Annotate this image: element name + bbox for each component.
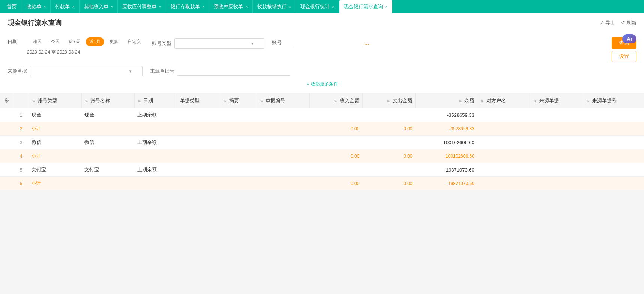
col-income[interactable]: ⇅ 收入金额	[309, 93, 362, 108]
date-btn-today[interactable]: 今天	[47, 37, 63, 46]
col-doc-no[interactable]: ⇅ 单据编号	[257, 93, 309, 108]
nav-tab-6[interactable]: 收款核销执行 ×	[253, 0, 296, 13]
col-summary[interactable]: ⇅ 摘要	[220, 93, 257, 108]
col-doc-type: 单据类型	[177, 93, 220, 108]
collapse-bar[interactable]: ∧ 收起更多条件	[8, 79, 636, 87]
nav-tab-8[interactable]: 现金银行流水查询 ×	[339, 0, 392, 13]
table-row: 4小计0.000.00100102606.60	[0, 149, 644, 163]
close-tab-0-icon[interactable]: ×	[44, 4, 46, 9]
close-tab-1-icon[interactable]: ×	[72, 4, 74, 9]
nav-tab-5[interactable]: 预收冲应收单 ×	[209, 0, 252, 13]
top-nav: 首页 收款单 × 付款单 × 其他收入单 × 应收应付调整单 × 银行存取款单 …	[0, 0, 644, 13]
sort-arrows-icon: ⇅	[85, 99, 88, 103]
sort-arrows-icon: ⇅	[223, 99, 226, 103]
source-doc-select[interactable]: ▾	[30, 66, 143, 76]
col-account-name[interactable]: ⇅ 账号名称	[81, 93, 134, 108]
ai-badge[interactable]: Ai	[622, 34, 636, 43]
nav-home[interactable]: 首页	[2, 0, 22, 13]
date-label: 日期	[8, 39, 26, 45]
account-type-select[interactable]: ▾	[174, 38, 264, 49]
col-date[interactable]: ⇅ 日期	[134, 93, 177, 108]
source-doc-no-label: 来源单据号	[150, 68, 174, 75]
close-tab-4-icon[interactable]: ×	[202, 4, 204, 9]
sort-arrows-icon: ⇅	[533, 99, 536, 103]
sort-arrows-icon: ⇅	[459, 99, 462, 103]
source-doc-chevron-icon: ▾	[129, 69, 132, 74]
date-btn-custom[interactable]: 自定义	[124, 37, 144, 46]
close-tab-7-icon[interactable]: ×	[332, 4, 334, 9]
nav-tab-3[interactable]: 应收应付调整单 ×	[118, 0, 166, 13]
col-source-doc[interactable]: ⇅ 来源单据	[530, 93, 583, 108]
account-ellipsis-button[interactable]: ...	[364, 39, 369, 46]
account-input[interactable]	[294, 38, 361, 47]
table-row: 1现金现金上期余额-3528659.33	[0, 108, 644, 122]
export-icon: ↗	[600, 20, 604, 25]
table-row: 3微信微信上期余额100102606.60	[0, 136, 644, 149]
table-row: 5支付宝支付宝上期余额19871073.60	[0, 163, 644, 177]
sort-arrows-icon: ⇅	[32, 99, 35, 103]
account-type-chevron-icon: ▾	[251, 41, 254, 46]
refresh-button[interactable]: ↺ 刷新	[621, 19, 636, 26]
col-counterpart[interactable]: ⇅ 对方户名	[477, 93, 530, 108]
nav-tab-7[interactable]: 现金银行统计 ×	[296, 0, 339, 13]
close-tab-6-icon[interactable]: ×	[289, 4, 291, 9]
table-wrap: ⚙ ⇅ 账号类型 ⇅ 账号名称 ⇅ 日期 单据类型	[0, 93, 644, 190]
col-expense[interactable]: ⇅ 支出金额	[362, 93, 415, 108]
table-row: 2小计0.000.00-3528659.33	[0, 122, 644, 136]
sort-arrows-icon: ⇅	[480, 99, 483, 103]
close-tab-2-icon[interactable]: ×	[111, 4, 113, 9]
account-type-label: 账号类型	[152, 40, 171, 47]
date-options: 昨天 今天 近7天 近1月 更多 自定义	[29, 37, 144, 46]
page-title: 现金银行流水查询	[8, 18, 62, 27]
data-table: ⚙ ⇅ 账号类型 ⇅ 账号名称 ⇅ 日期 单据类型	[0, 93, 644, 190]
table-row: 6小计0.000.0019871073.60	[0, 177, 644, 190]
nav-tab-1[interactable]: 付款单 ×	[51, 0, 79, 13]
collapse-up-icon: ∧	[306, 81, 311, 87]
table-body: 1现金现金上期余额-3528659.332小计0.000.00-3528659.…	[0, 108, 644, 190]
source-doc-label: 来源单据	[8, 68, 27, 75]
settings-button[interactable]: 设置	[612, 51, 636, 62]
col-source-doc-no[interactable]: ⇅ 来源单据号	[583, 93, 644, 108]
date-btn-yesterday[interactable]: 昨天	[29, 37, 45, 46]
header-actions: ↗ 导出 ↺ 刷新	[600, 19, 636, 26]
sort-arrows-icon: ⇅	[586, 99, 589, 103]
close-tab-3-icon[interactable]: ×	[159, 4, 161, 9]
refresh-icon: ↺	[621, 20, 625, 25]
sort-arrows-icon: ⇅	[260, 99, 263, 103]
source-doc-no-input[interactable]	[177, 67, 290, 76]
nav-tab-4[interactable]: 银行存取款单 ×	[166, 0, 209, 13]
table-header-row: ⚙ ⇅ 账号类型 ⇅ 账号名称 ⇅ 日期 单据类型	[0, 93, 644, 108]
page-header: 现金银行流水查询 ↗ 导出 ↺ 刷新	[0, 13, 644, 32]
col-balance[interactable]: ⇅ 余额	[416, 93, 477, 108]
col-account-type[interactable]: ⇅ 账号类型	[29, 93, 81, 108]
col-rownum	[14, 93, 29, 108]
table-settings-icon[interactable]: ⚙	[4, 97, 9, 104]
col-settings[interactable]: ⚙	[0, 93, 14, 108]
nav-tab-0[interactable]: 收款单 ×	[22, 0, 51, 13]
date-btn-1month[interactable]: 近1月	[86, 37, 104, 46]
nav-tab-2[interactable]: 其他收入单 ×	[80, 0, 118, 13]
date-btn-more[interactable]: 更多	[106, 37, 122, 46]
filter-area: 日期 昨天 今天 近7天 近1月 更多 自定义 2023-02-24 至 202…	[0, 32, 644, 93]
date-btn-7days[interactable]: 近7天	[65, 37, 84, 46]
sort-arrows-icon: ⇅	[387, 99, 390, 103]
close-tab-8-icon[interactable]: ×	[385, 4, 387, 9]
sort-arrows-icon: ⇅	[334, 99, 337, 103]
date-range-display: 2023-02-24 至 2023-03-24	[27, 49, 144, 55]
export-button[interactable]: ↗ 导出	[600, 19, 615, 26]
account-label: 账号	[272, 39, 291, 46]
sort-arrows-icon: ⇅	[138, 99, 141, 103]
close-tab-5-icon[interactable]: ×	[245, 4, 248, 9]
